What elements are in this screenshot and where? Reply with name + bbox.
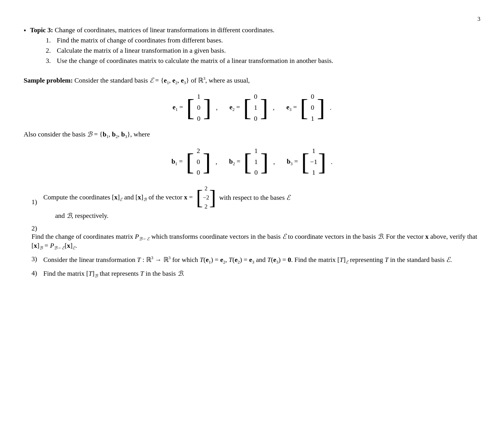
topic-label: Topic 3: bbox=[30, 26, 53, 34]
topic-section: • Topic 3: Change of coordinates, matric… bbox=[24, 26, 480, 67]
num-1: 1. bbox=[46, 37, 57, 44]
problem-1: 1) Compute the coordinates [x]ℰ and [x]ℬ… bbox=[32, 184, 480, 220]
e3-cell-1: 0 bbox=[309, 92, 316, 101]
prob-num-3: 3) bbox=[32, 255, 43, 263]
e2-matrix: [ 0 1 0 ] bbox=[243, 92, 268, 123]
e2-cell-2: 1 bbox=[252, 103, 259, 112]
e3-dot: . bbox=[330, 104, 331, 112]
item-2-text: Calculate the matrix of a linear transfo… bbox=[57, 47, 226, 55]
e1-bracket-right: ] bbox=[203, 96, 211, 120]
e3-col: 0 0 1 bbox=[309, 92, 316, 123]
vx-bracket-right: ] bbox=[209, 188, 216, 208]
b1-expr: b1 = [ 2 0 0 ] , bbox=[171, 146, 217, 177]
e3-bracket-left: [ bbox=[300, 96, 308, 120]
e1-expr: e1 = [ 1 0 0 ] , bbox=[172, 92, 217, 123]
b3-col: 1 −1 1 bbox=[310, 146, 317, 177]
vx-bracket-left: [ bbox=[196, 188, 203, 208]
e2-expr: e2 = [ 0 1 0 ] , bbox=[230, 92, 274, 123]
b2-cell-1: 1 bbox=[252, 146, 259, 156]
problems-list: 1) Compute the coordinates [x]ℰ and [x]ℬ… bbox=[32, 184, 480, 278]
sample-intro: Consider the standard basis ℰ = {e1, e2,… bbox=[74, 77, 250, 84]
e2-comma: , bbox=[273, 104, 274, 112]
e1-bracket-left: [ bbox=[186, 96, 195, 120]
prob-3-content: Consider the linear transformation T : ℝ… bbox=[43, 255, 452, 265]
e3-cell-2: 0 bbox=[309, 103, 316, 112]
b3-bracket-right: ] bbox=[318, 150, 326, 174]
vx-cell-2: −2 bbox=[203, 194, 209, 202]
prob-num-4: 4) bbox=[32, 269, 43, 277]
e1-label: e1 = bbox=[172, 103, 183, 112]
topic-description: Change of coordinates, matrices of linea… bbox=[55, 26, 274, 34]
sample-problem: Sample problem: Consider the standard ba… bbox=[24, 76, 480, 85]
numbered-item-2: 2. Calculate the matrix of a linear tran… bbox=[46, 47, 333, 55]
b2-matrix: [ 1 1 0 ] bbox=[244, 146, 269, 177]
e3-bracket-right: ] bbox=[317, 96, 325, 120]
e2-bracket-right: ] bbox=[260, 96, 268, 120]
b2-expr: b2 = [ 1 1 0 ] , bbox=[229, 146, 275, 177]
e3-matrix: [ 0 0 1 ] bbox=[300, 92, 325, 123]
e1-comma: , bbox=[216, 104, 218, 112]
problem-2: 2) Find the change of coordinates matrix… bbox=[32, 225, 480, 251]
bullet-dot: • bbox=[24, 27, 26, 35]
b2-label: b2 = bbox=[229, 158, 241, 166]
b3-cell-3: 1 bbox=[310, 168, 317, 177]
prob-1-content: Compute the coordinates [x]ℰ and [x]ℬ of… bbox=[43, 184, 290, 220]
b3-bracket-left: [ bbox=[301, 150, 309, 174]
numbered-item-3: 3. Use the change of coordinates matrix … bbox=[46, 57, 333, 65]
prob-num-1: 1) bbox=[32, 198, 43, 206]
b1-label: b1 = bbox=[171, 158, 183, 166]
e1-col: 1 0 0 bbox=[195, 92, 202, 123]
e2-cell-1: 0 bbox=[252, 92, 259, 101]
numbered-item-1: 1. Find the matrix of change of coordina… bbox=[46, 37, 333, 44]
problem-4: 4) Find the matrix [T]ℬ that represents … bbox=[32, 269, 480, 278]
item-3-text: Use the change of coordinates matrix to … bbox=[57, 57, 333, 65]
b2-cell-2: 1 bbox=[252, 157, 259, 167]
e2-cell-3: 0 bbox=[252, 114, 259, 124]
topic-numbered-list: 1. Find the matrix of change of coordina… bbox=[46, 37, 333, 65]
num-3: 3. bbox=[46, 57, 57, 65]
prob-1-continuation: and ℬ, respectively. bbox=[55, 212, 290, 220]
e1-matrix: [ 1 0 0 ] bbox=[186, 92, 211, 123]
b3-label: b3 = bbox=[287, 158, 298, 166]
e1-cell-2: 0 bbox=[195, 103, 202, 112]
b2-bracket-left: [ bbox=[244, 150, 252, 174]
b3-expr: b3 = [ 1 −1 1 ] . bbox=[287, 146, 332, 177]
item-1-text: Find the matrix of change of coordinates… bbox=[57, 37, 223, 44]
b3-cell-1: 1 bbox=[310, 146, 317, 156]
num-2: 2. bbox=[46, 47, 57, 55]
b2-col: 1 1 0 bbox=[252, 146, 259, 177]
b3-matrix: [ 1 −1 1 ] bbox=[301, 146, 326, 177]
b3-cell-2: −1 bbox=[310, 157, 317, 167]
b1-comma: , bbox=[216, 158, 217, 166]
b2-cell-3: 0 bbox=[252, 168, 259, 177]
prob-1-text-after: with respect to the bases ℰ bbox=[218, 194, 291, 202]
b3-dot: . bbox=[331, 158, 332, 166]
also-consider: Also consider the basis ℬ = {b1, b2, b3}… bbox=[24, 130, 480, 139]
b2-bracket-right: ] bbox=[260, 150, 269, 174]
e3-cell-3: 1 bbox=[309, 114, 316, 124]
b1-col: 2 0 0 bbox=[195, 146, 202, 177]
b1-bracket-right: ] bbox=[203, 150, 211, 174]
b2-comma: , bbox=[273, 158, 275, 166]
vx-col: 2 −2 2 bbox=[203, 184, 209, 211]
e2-col: 0 1 0 bbox=[252, 92, 259, 123]
prob-4-content: Find the matrix [T]ℬ that represents T i… bbox=[43, 269, 184, 278]
prob-1-text-before: Compute the coordinates [x]ℰ and [x]ℬ of… bbox=[43, 194, 195, 202]
b1-bracket-left: [ bbox=[186, 150, 194, 174]
vector-x: [ 2 −2 2 ] bbox=[196, 184, 216, 211]
prob-2-content: Find the change of coordinates matrix Pℬ… bbox=[32, 232, 480, 251]
e-vectors-row: e1 = [ 1 0 0 ] , e2 = [ 0 1 0 ] , e3 = bbox=[24, 92, 480, 123]
b1-cell-1: 2 bbox=[195, 146, 202, 156]
problem-3: 3) Consider the linear transformation T … bbox=[32, 255, 480, 265]
e3-label: e3 = bbox=[286, 103, 297, 112]
b1-cell-3: 0 bbox=[195, 168, 202, 177]
e2-bracket-left: [ bbox=[243, 96, 252, 120]
e1-cell-3: 0 bbox=[195, 114, 202, 124]
b1-cell-2: 0 bbox=[195, 157, 202, 167]
b-vectors-row: b1 = [ 2 0 0 ] , b2 = [ 1 1 0 ] , b3 = bbox=[24, 146, 480, 177]
prob-num-2: 2) bbox=[32, 225, 43, 232]
e1-cell-1: 1 bbox=[195, 92, 202, 101]
sample-label: Sample problem: bbox=[24, 77, 73, 84]
e2-label: e2 = bbox=[230, 103, 240, 112]
e3-expr: e3 = [ 0 0 1 ] . bbox=[286, 92, 331, 123]
